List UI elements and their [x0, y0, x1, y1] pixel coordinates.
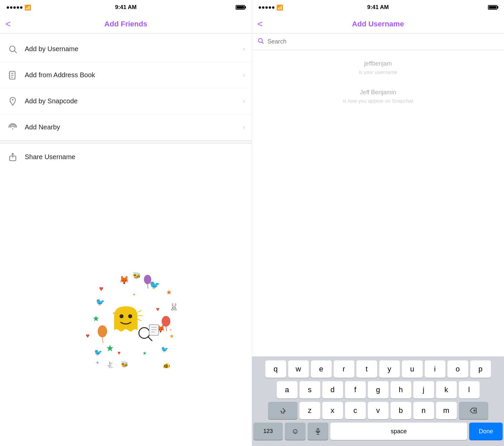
svg-text:★: ★	[106, 343, 114, 353]
key-g[interactable]: g	[368, 381, 389, 399]
rdot5	[272, 6, 274, 9]
key-j[interactable]: j	[413, 381, 434, 399]
menu-item-address-book[interactable]: Add from Address Book ›	[0, 62, 252, 88]
svg-text:🐦: 🐦	[149, 280, 160, 290]
key-done[interactable]: Done	[469, 423, 503, 440]
key-u[interactable]: u	[402, 360, 423, 378]
key-y[interactable]: y	[379, 360, 400, 378]
key-o[interactable]: o	[447, 360, 468, 378]
svg-text:🐝: 🐝	[121, 361, 129, 368]
keyboard-row-1: q w e r t y u i o p	[253, 360, 503, 378]
battery-tip-right	[497, 6, 498, 9]
svg-text:♥: ♥	[99, 285, 103, 293]
svg-text:♥: ♥	[117, 350, 121, 356]
menu-item-snapcode[interactable]: Add by Snapcode ›	[0, 88, 252, 114]
key-t[interactable]: t	[356, 360, 377, 378]
key-space[interactable]: space	[330, 423, 467, 440]
key-emoji[interactable]: ☺	[285, 423, 306, 440]
svg-text:★: ★	[169, 333, 174, 339]
battery-right	[488, 5, 497, 10]
svg-rect-46	[149, 325, 159, 335]
key-i[interactable]: i	[425, 360, 445, 378]
key-r[interactable]: r	[334, 360, 354, 378]
menu-label-username: Add by Username	[25, 45, 243, 53]
nav-bar-right: < Add Username	[252, 15, 504, 33]
svg-text:★: ★	[143, 350, 147, 356]
shift-key[interactable]	[268, 402, 298, 419]
time-right: 9:41 AM	[367, 4, 389, 11]
search-input[interactable]	[267, 38, 499, 45]
svg-line-27	[148, 284, 148, 289]
menu-item-share[interactable]: Share Username	[0, 144, 252, 170]
back-button-left[interactable]: <	[5, 19, 11, 29]
svg-point-39	[119, 314, 123, 318]
signal-area: 📶	[7, 4, 31, 11]
key-n[interactable]: n	[413, 402, 434, 419]
key-h[interactable]: h	[391, 381, 411, 399]
keyboard-row-3: z x c v b n m	[253, 402, 503, 419]
key-b[interactable]: b	[391, 402, 411, 419]
key-m[interactable]: m	[436, 402, 457, 419]
right-panel: 📶 9:41 AM < Add Username jeffbenjam is y…	[252, 0, 504, 446]
key-c[interactable]: c	[345, 402, 366, 419]
key-123[interactable]: 123	[253, 423, 283, 440]
key-s[interactable]: s	[300, 381, 320, 399]
svg-text:🐰: 🐰	[169, 303, 179, 312]
svg-text:♥: ♥	[86, 332, 90, 339]
key-e[interactable]: e	[311, 360, 332, 378]
search-icon-right	[257, 37, 264, 46]
key-a[interactable]: a	[277, 381, 298, 399]
search-icon	[7, 43, 19, 55]
key-f[interactable]: f	[345, 381, 366, 399]
key-v[interactable]: v	[368, 402, 389, 419]
svg-text:🦊: 🦊	[119, 275, 129, 285]
rdot1	[259, 6, 261, 9]
snapcode-icon	[7, 95, 19, 107]
status-bar-left: 📶 9:41 AM	[0, 0, 252, 15]
menu-label-share: Share Username	[25, 153, 245, 161]
battery-fill-left	[237, 6, 244, 9]
svg-point-10	[12, 128, 13, 129]
svg-point-40	[128, 314, 132, 318]
svg-text:★: ★	[92, 314, 100, 323]
key-k[interactable]: k	[436, 381, 457, 399]
svg-point-9	[12, 99, 14, 101]
wifi-icon-left: 📶	[24, 4, 31, 11]
key-l[interactable]: l	[459, 381, 480, 399]
svg-line-23	[102, 337, 103, 343]
username-value: jeffbenjam	[259, 60, 497, 67]
menu-list: Add by Username › Add from Address Book …	[0, 33, 252, 170]
back-button-right[interactable]: <	[257, 19, 263, 29]
dot1	[7, 6, 9, 9]
signal-dots	[7, 6, 22, 9]
svg-point-0	[10, 46, 15, 51]
nearby-icon	[7, 121, 19, 133]
svg-text:+: +	[96, 359, 99, 366]
battery-tip-left	[245, 6, 246, 9]
dot3	[13, 6, 16, 9]
rdot3	[265, 6, 268, 9]
backspace-key[interactable]	[459, 402, 488, 419]
menu-item-nearby[interactable]: Add Nearby ›	[0, 114, 252, 140]
wifi-icon-right: 📶	[276, 4, 283, 11]
svg-text:🐦: 🐦	[94, 348, 102, 356]
key-x[interactable]: x	[322, 402, 343, 419]
key-p[interactable]: p	[470, 360, 491, 378]
key-q[interactable]: q	[265, 360, 286, 378]
chevron-nearby: ›	[243, 124, 245, 131]
svg-line-1	[14, 51, 16, 53]
left-panel: 📶 9:41 AM < Add Friends Add by Username …	[0, 0, 252, 446]
display-name-value: Jeff Benjamin	[259, 89, 497, 96]
key-mic[interactable]	[308, 423, 328, 440]
key-w[interactable]: w	[288, 360, 309, 378]
svg-text:♥: ♥	[156, 306, 160, 313]
chevron-username: ›	[243, 45, 245, 52]
key-z[interactable]: z	[300, 402, 320, 419]
key-d[interactable]: d	[322, 381, 343, 399]
page-title-right: Add Username	[352, 20, 404, 28]
svg-line-41	[138, 310, 142, 312]
status-right-right	[488, 5, 497, 10]
menu-item-username[interactable]: Add by Username ›	[0, 36, 252, 62]
display-name-label: is how you appear on Snapchat	[259, 98, 497, 104]
signal-dots-right	[259, 6, 274, 9]
